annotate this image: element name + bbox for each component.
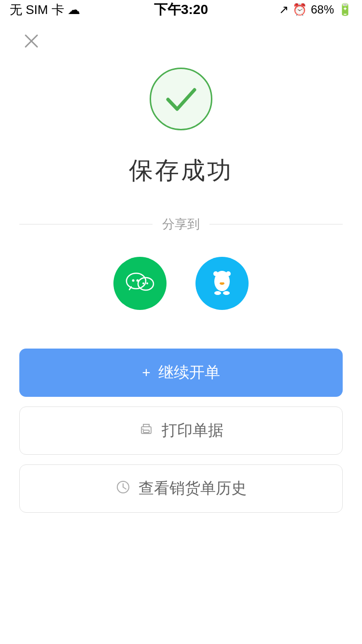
location-icon: ↗: [279, 3, 289, 16]
action-buttons: + 继续开单 打印单据: [19, 349, 343, 513]
main-content: 保存成功 分享到: [0, 19, 362, 644]
battery-icon: 🔋: [338, 3, 352, 16]
close-icon: [24, 34, 39, 48]
print-button[interactable]: 打印单据: [19, 406, 343, 455]
print-label: 打印单据: [162, 420, 223, 441]
svg-point-6: [142, 282, 144, 284]
svg-point-21: [142, 428, 144, 430]
wechat-share-button[interactable]: [113, 257, 167, 310]
svg-point-5: [136, 279, 139, 281]
battery-label: 68%: [311, 3, 334, 16]
share-label: 分享到: [162, 216, 200, 233]
divider-left: [19, 224, 153, 224]
divider-right: [209, 224, 343, 224]
svg-rect-20: [143, 430, 149, 433]
svg-point-15: [223, 291, 230, 295]
svg-point-14: [214, 291, 221, 295]
wechat-icon: [125, 270, 156, 297]
svg-line-24: [123, 487, 126, 489]
close-button[interactable]: [19, 29, 43, 53]
share-section: 分享到: [19, 216, 343, 233]
continue-button[interactable]: + 继续开单: [19, 349, 343, 397]
svg-point-4: [132, 279, 134, 281]
status-left: 无 SIM 卡 ☁: [10, 1, 80, 18]
share-icons: [113, 257, 249, 310]
svg-point-2: [126, 273, 146, 289]
print-icon: [139, 421, 154, 440]
history-button[interactable]: 查看销货单历史: [19, 464, 343, 513]
qq-share-button[interactable]: [195, 257, 249, 310]
status-right: ↗ ⏰ 68% 🔋: [279, 3, 352, 16]
success-title: 保存成功: [129, 154, 233, 187]
alarm-icon: ⏰: [292, 3, 307, 16]
svg-point-17: [213, 271, 218, 276]
plus-icon: +: [142, 364, 151, 381]
sim-label: 无 SIM 卡 ☁: [10, 1, 80, 18]
success-icon-container: [150, 68, 212, 130]
status-time: 下午3:20: [154, 0, 208, 19]
status-bar: 无 SIM 卡 ☁ 下午3:20 ↗ ⏰ 68% 🔋: [0, 0, 362, 19]
qq-icon: [207, 269, 238, 298]
continue-label: 继续开单: [158, 362, 220, 383]
svg-point-7: [146, 282, 148, 284]
clock-icon: [115, 479, 131, 498]
svg-point-18: [226, 271, 231, 276]
checkmark-icon: [166, 86, 197, 112]
history-label: 查看销货单历史: [139, 478, 247, 499]
